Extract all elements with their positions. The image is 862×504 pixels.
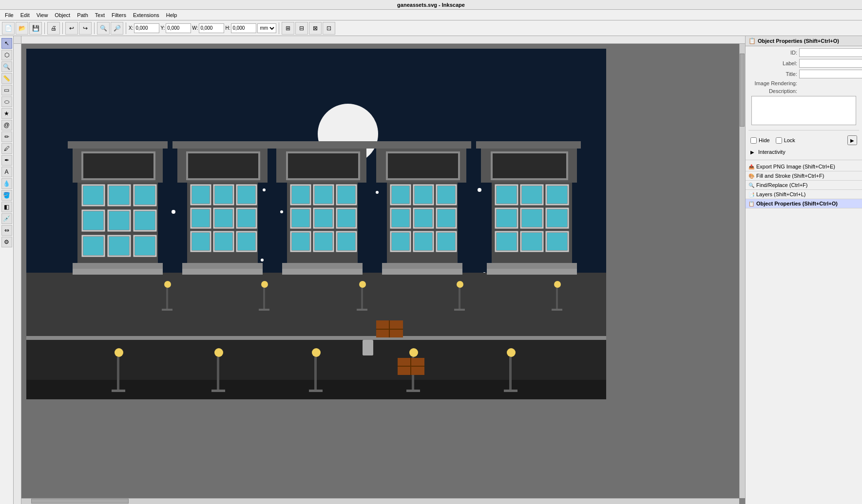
symbol-tool[interactable]: ⚙ [1, 237, 12, 247]
w-input[interactable] [199, 23, 224, 33]
svg-rect-80 [315, 209, 332, 227]
svg-rect-72 [292, 186, 309, 204]
pencil-tool[interactable]: ✏ [1, 131, 12, 142]
interactivity-expand-icon: ▶ [750, 149, 754, 155]
pen-tool[interactable]: 🖊 [1, 143, 12, 154]
object-properties-btn[interactable]: 📋 Object Properties (Shift+Ctrl+O) [746, 199, 862, 208]
dropper-tool[interactable]: 💉 [1, 213, 12, 224]
menu-filters[interactable]: Filters [109, 11, 129, 19]
find-icon: 🔍 [748, 183, 754, 188]
w-field: W: [192, 23, 224, 33]
star-tool[interactable]: ★ [1, 108, 12, 119]
ellipse-tool[interactable]: ⬭ [1, 96, 12, 107]
x-input[interactable] [134, 23, 159, 33]
fill-tool[interactable]: 🪣 [1, 190, 12, 201]
svg-point-149 [115, 348, 123, 357]
menu-path[interactable]: Path [74, 11, 91, 19]
menu-view[interactable]: View [34, 11, 51, 19]
redo-btn[interactable]: ↪ [79, 22, 92, 35]
svg-rect-61 [238, 233, 255, 250]
layers-btn[interactable]: 📑 Layers (Shift+Ctrl+L) [746, 190, 862, 199]
spiral-tool[interactable]: @ [1, 120, 12, 131]
save-btn[interactable]: 💾 [29, 22, 42, 35]
properties-content: ID: Label: Title: Image Rendering: Descr… [746, 46, 862, 158]
layers-label: Layers (Shift+Ctrl+L) [756, 191, 805, 197]
expand-button[interactable]: ▶ [847, 135, 857, 145]
svg-point-92 [359, 281, 366, 288]
hide-checkbox-label[interactable]: Hide [750, 137, 770, 144]
snap1-btn[interactable]: ⊞ [282, 22, 294, 35]
svg-rect-20 [109, 186, 129, 205]
unit-select[interactable]: mm [257, 23, 276, 33]
panel-header-icon: 📋 [748, 37, 756, 44]
description-area-container [748, 96, 859, 126]
svg-rect-34 [135, 237, 155, 255]
select-tool[interactable]: ↖ [1, 38, 12, 49]
snap4-btn[interactable]: ⊡ [323, 22, 335, 35]
prop-sep [748, 130, 859, 131]
window-title: ganeassets.svg - Inkscape [397, 2, 465, 8]
svg-rect-90 [287, 152, 359, 179]
svg-rect-121 [454, 309, 465, 311]
find-replace-btn[interactable]: 🔍 Find/Replace (Ctrl+F) [746, 181, 862, 190]
hide-checkbox[interactable] [750, 137, 757, 144]
svg-rect-64 [172, 141, 272, 149]
id-input[interactable] [799, 48, 862, 57]
menu-text[interactable]: Text [92, 11, 108, 19]
callig-tool[interactable]: ✒ [1, 155, 12, 166]
fill-stroke-btn[interactable]: 🎨 Fill and Stroke (Shift+Ctrl+F) [746, 171, 862, 181]
zoom-out-btn[interactable]: 🔎 [111, 22, 123, 35]
svg-rect-107 [415, 209, 432, 227]
h-input[interactable] [231, 23, 256, 33]
menu-edit[interactable]: Edit [18, 11, 33, 19]
undo-btn[interactable]: ↩ [65, 22, 78, 35]
interactivity-row: ▶ Interactivity [748, 148, 859, 156]
title-input[interactable] [799, 70, 862, 78]
text-tool[interactable]: A [1, 167, 12, 177]
x-field: X: [129, 23, 159, 33]
snap2-btn[interactable]: ⊟ [295, 22, 308, 35]
zoom-tool[interactable]: 🔍 [1, 61, 12, 72]
svg-rect-113 [415, 233, 432, 250]
menu-extensions[interactable]: Extensions [130, 11, 162, 19]
svg-rect-126 [497, 186, 517, 204]
lock-checkbox[interactable] [776, 137, 782, 144]
gradient-tool[interactable]: ◧ [1, 202, 12, 212]
snap3-btn[interactable]: ⊠ [309, 22, 322, 35]
fill-icon: 🎨 [748, 173, 754, 179]
svg-rect-154 [211, 390, 225, 392]
svg-point-158 [409, 348, 418, 357]
zoom-in-btn[interactable]: 🔍 [97, 22, 110, 35]
spray-tool[interactable]: 💧 [1, 178, 12, 189]
x-label: X: [129, 25, 133, 31]
ruler-corner [14, 36, 21, 44]
svg-rect-144 [492, 152, 567, 179]
svg-point-146 [554, 281, 561, 288]
connector-tool[interactable]: ⇔ [1, 225, 12, 236]
canvas-scroll[interactable] [21, 44, 739, 498]
print-btn[interactable]: 🖨 [47, 22, 60, 35]
measure-tool[interactable]: 📏 [1, 73, 12, 84]
svg-rect-123 [487, 263, 577, 269]
horizontal-scrollbar[interactable] [21, 498, 739, 504]
canvas [26, 49, 606, 399]
y-input[interactable] [166, 23, 191, 33]
rect-tool[interactable]: ▭ [1, 85, 12, 95]
menu-object[interactable]: Object [52, 11, 73, 19]
svg-rect-160 [406, 390, 420, 392]
svg-rect-15 [73, 263, 163, 269]
lock-checkbox-label[interactable]: Lock [776, 137, 795, 144]
menu-help[interactable]: Help [163, 11, 180, 19]
vertical-scrollbar[interactable] [739, 44, 745, 498]
description-textarea[interactable] [751, 96, 856, 125]
w-label: W: [192, 25, 198, 31]
svg-rect-142 [547, 233, 567, 250]
open-btn[interactable]: 📂 [16, 22, 28, 35]
new-btn[interactable]: 📄 [2, 22, 15, 35]
export-png-btn[interactable]: 📤 Export PNG Image (Shift+Ctrl+E) [746, 162, 862, 171]
node-tool[interactable]: ⬡ [1, 50, 12, 60]
menu-file[interactable]: File [2, 11, 17, 19]
label-input[interactable] [799, 59, 862, 68]
svg-point-155 [312, 348, 321, 357]
hide-label: Hide [759, 137, 770, 143]
